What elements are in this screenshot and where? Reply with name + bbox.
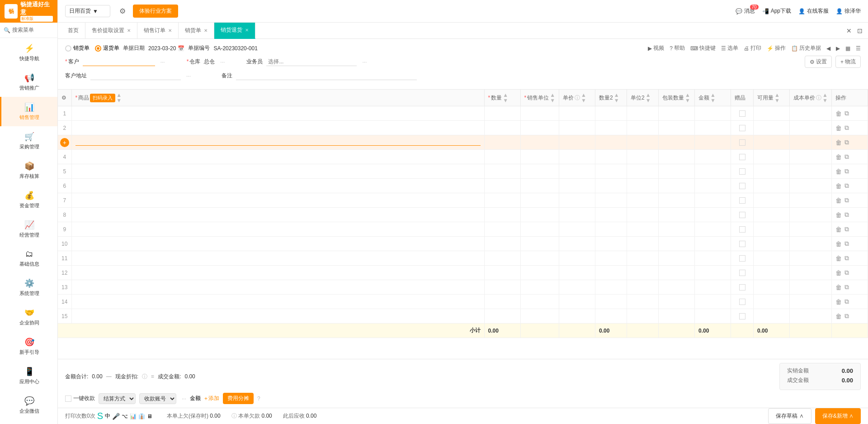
online-service-btn[interactable]: 👤 在线客服 [798, 7, 829, 15]
delete-row-icon[interactable]: 🗑 [835, 153, 842, 161]
qty2-cell[interactable] [595, 280, 627, 295]
price-cell[interactable] [559, 222, 595, 237]
copy-row-icon[interactable]: ⧉ [844, 283, 849, 291]
gift-checkbox[interactable] [739, 154, 745, 160]
gift-cell[interactable] [731, 193, 754, 208]
delete-row-icon[interactable]: 🗑 [835, 197, 842, 204]
unit-cell[interactable] [520, 208, 559, 222]
price-cell[interactable] [559, 251, 595, 266]
close-tab-btn[interactable]: ✕ [844, 25, 854, 36]
app-download-btn[interactable]: 📲 App下载 [762, 7, 791, 15]
qty2-cell[interactable] [595, 193, 627, 208]
sidebar-item-newbie[interactable]: 🎯 新手引导 [0, 332, 57, 361]
price-cell[interactable] [559, 280, 595, 295]
gift-cell[interactable] [731, 121, 754, 135]
qty-cell[interactable] [484, 179, 520, 193]
qty2-cell[interactable] [595, 251, 627, 266]
sidebar-item-apps[interactable]: 📱 应用中心 [0, 361, 57, 391]
tab-price-setting[interactable]: 售价提取设置 ✕ [85, 23, 137, 39]
salesperson-dots[interactable]: ··· [362, 59, 367, 65]
unit2-cell[interactable] [627, 251, 659, 266]
available-cell[interactable] [754, 121, 790, 135]
available-cell[interactable] [754, 164, 790, 179]
pkg-cell[interactable] [659, 193, 695, 208]
maximize-tab-btn[interactable]: ⊡ [855, 25, 864, 36]
status-icon-6[interactable]: 👔 [138, 413, 145, 419]
list-view-btn[interactable]: ☰ [856, 45, 861, 52]
price-cell[interactable] [559, 106, 595, 121]
delete-row-icon[interactable]: 🗑 [835, 110, 842, 117]
qty-cell[interactable] [484, 150, 520, 164]
delete-row-icon[interactable]: 🗑 [835, 182, 842, 190]
gift-checkbox[interactable] [739, 212, 745, 218]
sidebar-item-purchase[interactable]: 🛒 采购管理 [0, 126, 57, 156]
delete-row-icon[interactable]: 🗑 [835, 226, 842, 233]
delete-row-icon[interactable]: 🗑 [835, 211, 842, 219]
unit-cell[interactable] [520, 237, 559, 251]
price-cell[interactable] [559, 237, 595, 251]
qty-cell[interactable] [484, 164, 520, 179]
unit2-cell[interactable] [627, 135, 659, 150]
copy-row-icon[interactable]: ⧉ [844, 153, 849, 161]
unit2-cell[interactable] [627, 150, 659, 164]
amount-cell[interactable] [695, 164, 731, 179]
copy-row-icon[interactable]: ⧉ [844, 211, 849, 219]
pkg-cell[interactable] [659, 251, 695, 266]
price-cell[interactable] [559, 208, 595, 222]
settlement-method-select[interactable]: 结算方式 [99, 393, 136, 404]
unit-cell[interactable] [520, 266, 559, 280]
gift-checkbox[interactable] [739, 125, 745, 131]
pkg-cell[interactable] [659, 222, 695, 237]
cost-cell[interactable] [790, 193, 832, 208]
qty2-cell[interactable] [595, 266, 627, 280]
cost-cell[interactable] [790, 106, 832, 121]
gift-checkbox[interactable] [739, 226, 745, 233]
gift-cell[interactable] [731, 222, 754, 237]
cost-cell[interactable] [790, 309, 832, 324]
sidebar-item-member[interactable]: 👑 畅会员 [0, 420, 57, 424]
gift-cell[interactable] [731, 135, 754, 150]
account-dots[interactable]: ··· [182, 395, 186, 402]
address-dots[interactable]: ··· [186, 73, 191, 79]
cost-cell[interactable] [790, 295, 832, 309]
amount-cell[interactable] [695, 280, 731, 295]
sort-arrows[interactable]: ▲▼ [550, 92, 555, 103]
sidebar-item-shortcuts[interactable]: ⚡ 快捷导航 [0, 38, 57, 67]
amount-cell[interactable] [695, 193, 731, 208]
product-cell[interactable] [71, 251, 484, 266]
gift-checkbox[interactable] [739, 284, 745, 291]
customer-dots[interactable]: ··· [160, 59, 165, 65]
qty-cell[interactable] [484, 280, 520, 295]
available-cell[interactable] [754, 150, 790, 164]
tab-sales-return[interactable]: 销货退货 ✕ [214, 23, 255, 39]
radio-return[interactable]: 退货单 [95, 44, 119, 52]
gift-checkbox[interactable] [739, 241, 745, 247]
tab-close-icon[interactable]: ✕ [127, 28, 131, 33]
sort-arrows[interactable]: ▲▼ [822, 92, 828, 103]
amount-cell[interactable] [695, 309, 731, 324]
pkg-cell[interactable] [659, 280, 695, 295]
qty2-cell[interactable] [595, 135, 627, 150]
amount-cell[interactable] [695, 266, 731, 280]
warehouse-dots[interactable]: ··· [220, 59, 225, 65]
copy-row-icon[interactable]: ⧉ [844, 167, 849, 175]
cost-cell[interactable] [790, 121, 832, 135]
delete-row-icon[interactable]: 🗑 [835, 168, 842, 175]
salesperson-input[interactable] [266, 57, 357, 66]
gift-cell[interactable] [731, 208, 754, 222]
delete-row-icon[interactable]: 🗑 [835, 124, 842, 132]
copy-row-icon[interactable]: ⧉ [844, 138, 849, 146]
help-btn[interactable]: ? 帮助 [670, 44, 685, 52]
settings-btn[interactable]: ⚙ 设置 [805, 56, 832, 68]
save-draft-btn[interactable]: 保存草稿 ∧ [768, 408, 811, 424]
gift-checkbox[interactable] [739, 168, 745, 175]
sidebar-item-enterprise[interactable]: 🤝 企业协同 [0, 302, 57, 332]
tab-home[interactable]: 首页 [61, 23, 85, 39]
copy-row-icon[interactable]: ⧉ [844, 269, 849, 276]
available-cell[interactable] [754, 222, 790, 237]
amount-cell[interactable] [695, 121, 731, 135]
amount-cell[interactable] [695, 237, 731, 251]
unit-cell[interactable] [520, 135, 559, 150]
copy-row-icon[interactable]: ⧉ [844, 312, 849, 320]
sort-arrows[interactable]: ▲▼ [503, 92, 508, 103]
